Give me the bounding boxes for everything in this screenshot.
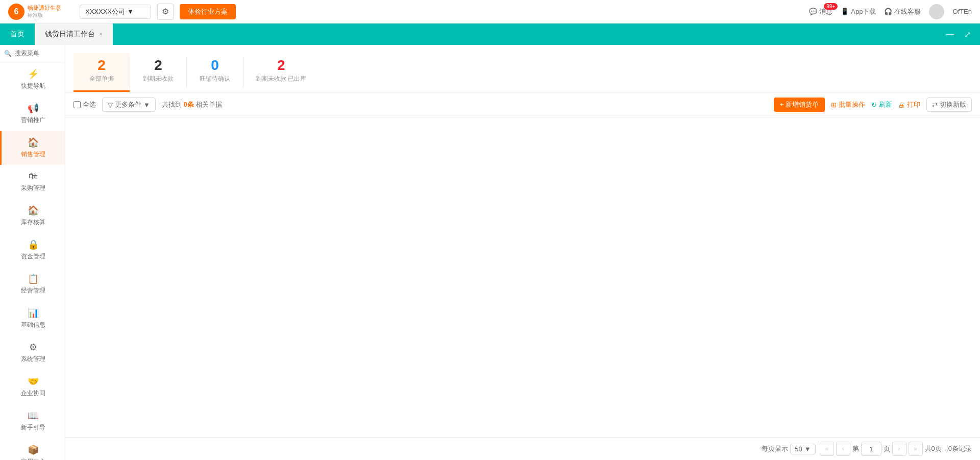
sidebar-item-quick-nav[interactable]: ⚡ 快捷导航 — [0, 62, 65, 96]
sidebar-item-finance[interactable]: 🔒 资金管理 — [0, 233, 65, 267]
sidebar-item-purchase[interactable]: 🛍 采购管理 — [0, 165, 65, 199]
inventory-icon: 🏠 — [28, 205, 39, 216]
stat-label-all: 全部单据 — [89, 75, 114, 83]
app-download-button[interactable]: 📱 App下载 — [841, 7, 876, 16]
content-area: 2 全部单据 2 到期未收款 0 旺铺待确认 2 到期未收款 已出库 — [65, 45, 980, 460]
tab-close-icon[interactable]: × — [99, 31, 103, 38]
maximize-icon[interactable]: ⤢ — [961, 30, 974, 39]
top-bar-right: 💬 消息 99+ 📱 App下载 🎧 在线客服 OfTEn — [809, 4, 972, 19]
next-page-button[interactable]: › — [892, 442, 906, 456]
sidebar-item-label: 企业协同 — [21, 389, 45, 398]
refresh-icon: ↻ — [871, 101, 877, 109]
stat-label-overdue: 到期未收款 — [143, 75, 174, 83]
sidebar-item-basic[interactable]: 📊 基础信息 — [0, 301, 65, 335]
print-button[interactable]: 🖨 打印 — [898, 100, 920, 109]
sidebar-item-guide[interactable]: 📖 新手引导 — [0, 404, 65, 438]
batch-operation-button[interactable]: ⊞ 批量操作 — [831, 100, 865, 109]
trial-button[interactable]: 体验行业方案 — [180, 4, 236, 19]
per-page-label: 每页显示 — [762, 444, 788, 453]
tab-daily-work[interactable]: 钱货日清工作台 × — [35, 23, 113, 45]
stat-tab-all[interactable]: 2 全部单据 — [74, 53, 130, 92]
prev-page-button[interactable]: ‹ — [836, 442, 850, 456]
table-area — [65, 117, 980, 437]
select-all-input[interactable] — [74, 101, 81, 108]
gear-icon: ⚙ — [162, 7, 169, 16]
first-page-button[interactable]: « — [820, 442, 834, 456]
page-suffix: 页 — [884, 444, 890, 453]
stat-label-pending: 旺铺待确认 — [200, 75, 230, 83]
stat-tab-pending[interactable]: 0 旺铺待确认 — [187, 53, 243, 92]
refresh-button[interactable]: ↻ 刷新 — [871, 100, 892, 109]
page-nav: « ‹ 第 页 › » 共0页，0条记录 — [820, 442, 972, 456]
switch-version-button[interactable]: ⇄ 切换新版 — [926, 98, 972, 112]
print-icon: 🖨 — [898, 101, 905, 109]
business-icon: 📋 — [28, 273, 39, 284]
logo-text-area: 畅捷通好生意 标准版 — [28, 4, 61, 18]
sales-icon: 🏠 — [28, 137, 39, 148]
sidebar-item-apps[interactable]: 📦 应用中心 — [0, 438, 65, 460]
filter-icon: ▽ — [108, 101, 113, 109]
minimize-icon[interactable]: — — [943, 30, 957, 39]
finance-icon: 🔒 — [28, 239, 39, 250]
per-page-select: 每页显示 50 ▼ — [762, 444, 815, 454]
per-page-dropdown[interactable]: 50 ▼ — [790, 444, 815, 454]
messages-badge: 99+ — [824, 3, 838, 10]
stat-num-pending: 0 — [211, 57, 219, 74]
sidebar-item-label: 库存核算 — [21, 218, 45, 227]
total-text: 共0页，0条记录 — [925, 444, 972, 453]
nav-tabs: 首页 钱货日清工作台 × — ⤢ — [0, 23, 980, 45]
company-chevron: ▼ — [127, 8, 134, 15]
sidebar-item-label: 新手引导 — [21, 423, 45, 432]
home-tab-label: 首页 — [10, 30, 24, 39]
stat-tab-overdue-out[interactable]: 2 到期未收款 已出库 — [243, 53, 318, 92]
sidebar-item-label: 应用中心 — [21, 457, 45, 460]
app-icon: 📱 — [841, 8, 849, 15]
sidebar-item-marketing[interactable]: 📢 营销推广 — [0, 96, 65, 131]
sidebar-item-label: 基础信息 — [21, 321, 45, 329]
stat-tab-overdue[interactable]: 2 到期未收款 — [130, 53, 186, 92]
found-count: 0条 — [184, 101, 194, 108]
filter-button[interactable]: ▽ 更多条件 ▼ — [102, 98, 156, 112]
settings-button[interactable]: ⚙ — [157, 4, 174, 20]
print-label: 打印 — [907, 100, 920, 109]
company-select[interactable]: XXXXXX公司 ▼ — [80, 5, 151, 19]
toolbar-right: + 新增销货单 ⊞ 批量操作 ↻ 刷新 🖨 打印 ⇄ 切换新版 — [774, 98, 972, 112]
sidebar-item-label: 快捷导航 — [21, 82, 45, 90]
select-all-checkbox[interactable]: 全选 — [74, 100, 96, 109]
sidebar-item-business[interactable]: 📋 经营管理 — [0, 267, 65, 301]
purchase-icon: 🛍 — [29, 171, 38, 182]
app-label: App下载 — [851, 7, 876, 16]
sidebar-item-cooperation[interactable]: 🤝 企业协同 — [0, 370, 65, 404]
page-input[interactable] — [861, 442, 881, 456]
nav-tab-actions: — ⤢ — [943, 30, 980, 39]
toolbar-left: 全选 ▽ 更多条件 ▼ 共找到 0条 相关单据 — [74, 98, 768, 112]
messages-button[interactable]: 💬 消息 99+ — [809, 7, 832, 16]
last-page-button[interactable]: » — [909, 442, 923, 456]
batch-icon: ⊞ — [831, 101, 837, 109]
sidebar-item-system[interactable]: ⚙ 系统管理 — [0, 335, 65, 370]
top-bar-left: 6 畅捷通好生意 标准版 XXXXXX公司 ▼ ⚙ 体验行业方案 — [8, 4, 236, 20]
sidebar-item-label: 营销推广 — [21, 116, 45, 125]
switch-label: 切换新版 — [940, 100, 966, 109]
search-menu-item[interactable]: 🔍 搜索菜单 — [0, 45, 65, 62]
pagination-bar: 每页显示 50 ▼ « ‹ 第 页 › » 共0页，0条记录 — [65, 437, 980, 460]
tab-home[interactable]: 首页 — [0, 23, 35, 45]
logo-text: 畅捷通好生意 — [28, 4, 61, 11]
avatar[interactable] — [929, 4, 944, 19]
online-service-button[interactable]: 🎧 在线客服 — [884, 7, 921, 16]
stat-label-overdue-out: 到期未收款 已出库 — [256, 75, 306, 83]
logo-area: 6 畅捷通好生意 标准版 — [8, 4, 74, 20]
filter-label: 更多条件 — [115, 100, 141, 109]
logo-icon: 6 — [8, 4, 24, 20]
sidebar-item-inventory[interactable]: 🏠 库存核算 — [0, 199, 65, 233]
new-sale-button[interactable]: + 新增销货单 — [774, 98, 825, 112]
page-label: 第 — [852, 444, 859, 453]
guide-icon: 📖 — [28, 410, 39, 421]
company-name: XXXXXX公司 — [85, 7, 125, 16]
search-menu-label: 搜索菜单 — [15, 49, 39, 58]
sidebar-item-sales[interactable]: 🏠 销售管理 — [0, 131, 65, 165]
stat-num-overdue: 2 — [154, 57, 162, 74]
switch-icon: ⇄ — [932, 101, 938, 109]
main-layout: 🔍 搜索菜单 ⚡ 快捷导航 📢 营销推广 🏠 销售管理 🛍 采购管理 🏠 库存核… — [0, 45, 980, 460]
cooperation-icon: 🤝 — [28, 376, 39, 387]
